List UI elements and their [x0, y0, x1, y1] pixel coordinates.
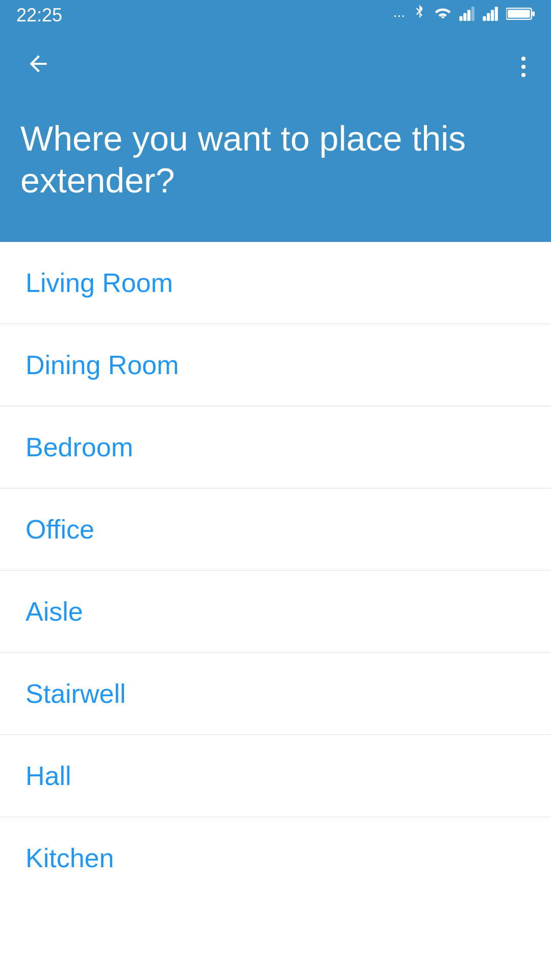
- room-label: Dining Room: [26, 350, 179, 380]
- more-options-button[interactable]: [516, 52, 531, 82]
- status-time: 22:25: [16, 5, 62, 26]
- room-label: Hall: [26, 761, 71, 791]
- room-list-item[interactable]: Office: [0, 488, 551, 571]
- room-list-item[interactable]: Stairwell: [0, 653, 551, 735]
- room-label: Stairwell: [26, 678, 126, 709]
- room-list-item[interactable]: Hall: [0, 735, 551, 817]
- room-label: Office: [26, 514, 94, 545]
- room-label: Bedroom: [26, 432, 133, 462]
- room-list-item[interactable]: Kitchen: [0, 817, 551, 899]
- svg-rect-0: [459, 16, 462, 20]
- back-button[interactable]: [20, 46, 56, 87]
- app-bar: Where you want to place this extender?: [0, 31, 551, 242]
- bluetooth-icon: [412, 5, 427, 27]
- status-bar: 22:25 ···: [0, 0, 551, 31]
- svg-rect-2: [467, 10, 470, 21]
- page-title: Where you want to place this extender?: [20, 118, 531, 211]
- dot2: [521, 65, 525, 69]
- room-list-item[interactable]: Living Room: [0, 242, 551, 324]
- room-list: Living RoomDining RoomBedroomOfficeAisle…: [0, 242, 551, 899]
- svg-rect-1: [463, 13, 466, 21]
- signal1-icon: [459, 7, 475, 24]
- svg-rect-10: [508, 10, 530, 18]
- status-icons: ···: [393, 5, 535, 27]
- room-list-item[interactable]: Dining Room: [0, 324, 551, 406]
- svg-rect-9: [532, 11, 535, 16]
- svg-rect-6: [491, 10, 494, 21]
- svg-rect-7: [495, 7, 498, 21]
- room-list-item[interactable]: Aisle: [0, 571, 551, 653]
- room-label: Kitchen: [26, 843, 114, 873]
- svg-rect-4: [483, 16, 486, 20]
- svg-rect-3: [471, 7, 474, 21]
- svg-rect-5: [487, 13, 490, 21]
- signal2-icon: [483, 7, 499, 24]
- battery-icon: [506, 7, 535, 24]
- room-label: Living Room: [26, 267, 173, 298]
- room-list-item[interactable]: Bedroom: [0, 406, 551, 488]
- dot3: [521, 73, 525, 77]
- dots-icon: ···: [393, 7, 405, 23]
- room-label: Aisle: [26, 596, 83, 627]
- app-bar-top: [20, 46, 531, 87]
- wifi-icon: [434, 7, 452, 24]
- dot1: [521, 57, 525, 61]
